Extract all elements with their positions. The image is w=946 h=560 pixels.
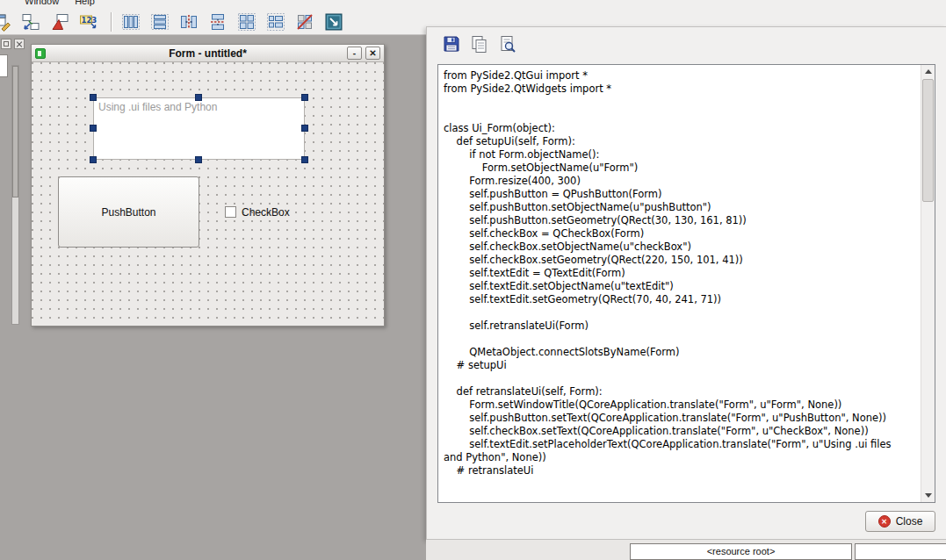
close-window-button[interactable]: ✕ (365, 47, 380, 60)
dock-close-icon[interactable] (14, 39, 25, 49)
checkbox-indicator[interactable] (225, 206, 236, 218)
edit-signals-slots-icon[interactable] (20, 11, 41, 32)
layout-horizontal-icon[interactable] (120, 11, 141, 32)
selection-handle-bottom-mid[interactable] (195, 156, 202, 163)
break-layout-icon[interactable] (294, 11, 315, 32)
titlebar-buttons: - ✕ (347, 47, 380, 60)
qt-designer-screen: WindowHelp 123 Form - untitled* - ✕ Usin… (0, 0, 946, 560)
selection-handle-mid-right[interactable] (301, 125, 308, 132)
close-button-label: Close (896, 515, 923, 528)
layout-grid-icon[interactable] (236, 11, 257, 32)
menu-window[interactable]: Window (25, 0, 59, 8)
save-icon[interactable] (441, 33, 462, 54)
code-area: from PySide2.QtGui import * from PySide2… (437, 64, 935, 503)
checkbox-label: CheckBox (242, 206, 290, 219)
adjust-size-icon[interactable] (323, 11, 344, 32)
dock-float-icon[interactable] (1, 39, 11, 49)
resource-root-item[interactable]: <resource root> (630, 543, 852, 560)
dialog-toolbar (441, 33, 525, 54)
scroll-up-icon[interactable] (921, 65, 935, 78)
menu-help[interactable]: Help (75, 0, 95, 8)
form-canvas[interactable]: Using .ui files and Python PushButton Ch… (32, 62, 384, 326)
menubar: WindowHelp (0, 0, 946, 8)
triangle-up-glyph (925, 69, 932, 74)
clipped-left-panel (0, 54, 8, 77)
edit-tab-order-icon[interactable]: 123 (78, 11, 99, 32)
selection-handle-bottom-right[interactable] (301, 156, 308, 163)
dock-mini-buttons (1, 39, 25, 49)
triangle-down-glyph (925, 493, 932, 498)
scroll-down-icon[interactable] (921, 489, 935, 502)
checkbox-widget[interactable]: CheckBox (225, 194, 314, 230)
find-icon[interactable] (497, 33, 518, 54)
toolbar-separator (111, 12, 112, 32)
form-window-title: Form - untitled* (32, 47, 384, 60)
selection-handle-top-left[interactable] (90, 94, 97, 101)
layout-vertical-splitter-icon[interactable] (207, 11, 228, 32)
code-scrollbar-thumb[interactable] (922, 79, 934, 202)
selection-handle-top-mid[interactable] (195, 94, 202, 101)
selection-handle-bottom-left[interactable] (90, 156, 97, 163)
layout-horizontal-splitter-icon[interactable] (178, 11, 199, 32)
pushbutton-widget[interactable]: PushButton (58, 176, 199, 248)
svg-text:123: 123 (82, 16, 97, 25)
close-button[interactable]: ✕ Close (865, 511, 935, 532)
code-text[interactable]: from PySide2.QtGui import * from PySide2… (438, 65, 921, 502)
minimize-button[interactable]: - (347, 47, 362, 60)
resource-root-label: <resource root> (707, 546, 776, 559)
left-dock-scrollbar[interactable] (11, 65, 19, 325)
textedit-widget[interactable]: Using .ui files and Python (93, 97, 305, 160)
form-designer-window: Form - untitled* - ✕ Using .ui files and… (31, 44, 385, 327)
copy-icon[interactable] (469, 33, 490, 54)
layout-vertical-icon[interactable] (149, 11, 170, 32)
selection-handle-mid-left[interactable] (90, 125, 97, 132)
code-vertical-scrollbar[interactable] (921, 65, 935, 502)
left-scrollbar-thumb[interactable] (12, 66, 18, 197)
selection-handle-top-right[interactable] (301, 94, 308, 101)
form-window-titlebar[interactable]: Form - untitled* - ✕ (32, 45, 384, 62)
close-button-icon: ✕ (878, 515, 891, 528)
code-preview-dialog: from PySide2.QtGui import * from PySide2… (426, 26, 946, 540)
edit-widgets-icon[interactable] (0, 11, 12, 32)
edit-buddies-icon[interactable] (49, 11, 70, 32)
main-toolbar: 123 (0, 11, 352, 32)
resource-detail-pane (855, 543, 946, 560)
layout-form-icon[interactable] (265, 11, 286, 32)
float-glyph (4, 41, 9, 47)
